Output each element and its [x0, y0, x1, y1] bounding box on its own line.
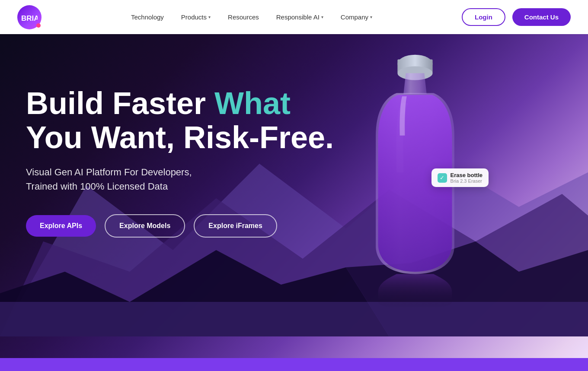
- logo-dot: [36, 23, 41, 28]
- chevron-down-icon: ▾: [208, 15, 211, 19]
- nav-item-technology[interactable]: Technology: [131, 13, 164, 21]
- nav-links: Technology Products ▾ Resources Responsi…: [131, 13, 372, 21]
- logo[interactable]: BRIA: [17, 5, 42, 29]
- nav-link-products[interactable]: Products ▾: [181, 13, 211, 21]
- erase-tooltip-text: Erase bottle Bria 2.3 Eraser: [451, 172, 483, 184]
- hero-buttons: Explore APIs Explore Models Explore iFra…: [26, 214, 334, 238]
- nav-item-responsible-ai[interactable]: Responsible AI ▾: [276, 13, 323, 21]
- hero-section: ✓ Erase bottle Bria 2.3 Eraser Build Fas…: [0, 0, 588, 371]
- hero-content: Build Faster What You Want, Risk-Free. V…: [26, 86, 334, 238]
- nav-link-company[interactable]: Company ▾: [341, 13, 372, 21]
- nav-link-responsible-ai[interactable]: Responsible AI ▾: [276, 13, 323, 21]
- login-button[interactable]: Login: [462, 8, 505, 26]
- product-bottle: ✓ Erase bottle Bria 2.3 Eraser: [350, 43, 480, 311]
- explore-apis-button[interactable]: Explore APIs: [26, 215, 96, 237]
- explore-models-button[interactable]: Explore Models: [105, 214, 185, 238]
- erase-tooltip: ✓ Erase bottle Bria 2.3 Eraser: [431, 168, 489, 187]
- nav-actions: Login Contact Us: [462, 8, 571, 26]
- nav-item-products[interactable]: Products ▾: [181, 13, 211, 21]
- nav-item-resources[interactable]: Resources: [228, 13, 259, 21]
- hero-headline: Build Faster What You Want, Risk-Free.: [26, 86, 334, 155]
- bottom-bar: [0, 358, 588, 371]
- nav-item-company[interactable]: Company ▾: [341, 13, 372, 21]
- check-icon: ✓: [438, 173, 447, 183]
- nav-link-technology[interactable]: Technology: [131, 13, 164, 21]
- svg-text:BRIA: BRIA: [21, 14, 38, 22]
- contact-us-button[interactable]: Contact Us: [512, 8, 571, 26]
- nav-link-resources[interactable]: Resources: [228, 13, 259, 21]
- chevron-down-icon: ▾: [321, 15, 323, 19]
- navbar: BRIA Technology Products ▾ Resources Res…: [0, 0, 588, 34]
- hero-subtext: Visual Gen AI Platform For Developers, T…: [26, 165, 334, 193]
- explore-iframes-button[interactable]: Explore iFrames: [194, 214, 277, 238]
- svg-rect-5: [0, 302, 588, 336]
- chevron-down-icon: ▾: [370, 15, 372, 19]
- logo-icon: BRIA: [17, 5, 42, 29]
